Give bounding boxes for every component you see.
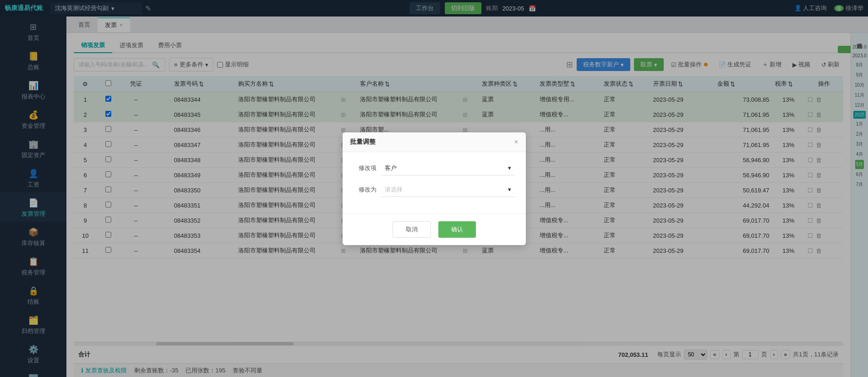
modal-title: 批量调整 (350, 138, 376, 146)
modify-value-label: 修改为 (354, 186, 377, 194)
modal-footer: 取消 确认 (343, 213, 526, 245)
modal-modify-value-row: 修改为 请选择 ▾ (354, 183, 515, 197)
modal-body: 修改项 客户 ▾ 修改为 请选择 ▾ (343, 152, 526, 213)
modify-field-dropdown-icon: ▾ (508, 164, 511, 171)
modal-overlay: 批量调整 × 修改项 客户 ▾ 修改为 请选择 ▾ 取消 确认 (0, 0, 868, 377)
batch-adjust-modal: 批量调整 × 修改项 客户 ▾ 修改为 请选择 ▾ 取消 确认 (343, 132, 526, 245)
modal-cancel-btn[interactable]: 取消 (393, 221, 431, 238)
modify-value-placeholder: 请选择 (385, 186, 403, 194)
modal-modify-field-row: 修改项 客户 ▾ (354, 161, 515, 175)
modify-field-select[interactable]: 客户 ▾ (381, 161, 515, 175)
modify-field-value: 客户 (385, 164, 397, 172)
modify-value-dropdown-icon: ▾ (508, 186, 511, 193)
modal-close-btn[interactable]: × (514, 138, 518, 146)
modal-header: 批量调整 × (343, 132, 526, 152)
modify-value-select[interactable]: 请选择 ▾ (381, 183, 515, 197)
modify-field-label: 修改项 (354, 164, 377, 172)
modal-confirm-btn[interactable]: 确认 (438, 221, 476, 238)
